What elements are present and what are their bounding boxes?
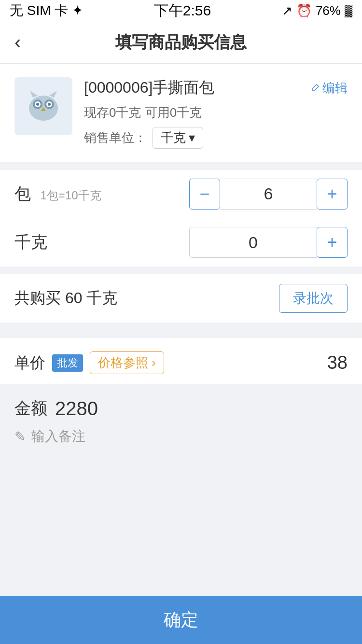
- svg-marker-9: [49, 91, 57, 98]
- product-stock: 现存0千克 可用0千克: [84, 104, 348, 121]
- battery-status: 76%: [316, 3, 341, 18]
- battery-icon: ▓: [345, 4, 352, 17]
- price-badge: 批发: [52, 354, 83, 372]
- package-sublabel: 1包=10千克: [40, 189, 101, 202]
- nav-bar: ‹ 填写商品购买信息: [0, 21, 362, 64]
- status-right: ↗ ⏰ 76% ▓: [282, 3, 352, 18]
- package-controls: − 6 +: [189, 179, 348, 210]
- page-title: 填写商品购买信息: [115, 31, 247, 54]
- package-plus-button[interactable]: +: [317, 179, 348, 210]
- kg-row: 千克 0 +: [14, 218, 348, 266]
- kg-label: 千克: [14, 231, 189, 253]
- location-icon: ↗: [282, 3, 292, 18]
- edit-icon: [310, 83, 320, 93]
- product-image: [14, 77, 72, 135]
- batch-button[interactable]: 录批次: [279, 284, 348, 313]
- amount-value: 2280: [55, 398, 98, 420]
- amount-section: 金额 2280 ✎ 输入备注: [0, 384, 362, 460]
- svg-point-5: [36, 103, 39, 106]
- status-left: 无 SIM 卡 ✦: [10, 1, 83, 20]
- kg-controls: 0 +: [189, 227, 348, 258]
- confirm-button[interactable]: 确定: [0, 596, 362, 644]
- package-value[interactable]: 6: [220, 179, 317, 210]
- amount-label: 金额: [14, 397, 47, 420]
- owl-logo-icon: [24, 87, 63, 126]
- separator: [0, 322, 362, 330]
- note-placeholder: 输入备注: [31, 427, 85, 446]
- dropdown-arrow-icon: ▾: [189, 130, 195, 145]
- unit-dropdown[interactable]: 千克 ▾: [153, 127, 203, 149]
- alarm-icon: ⏰: [296, 3, 312, 18]
- price-label: 单价: [14, 352, 45, 374]
- product-section: [0000006]手撕面包 编辑 现存0千克 可用0千克 销售单位： 千克 ▾: [0, 64, 362, 162]
- price-ref-button[interactable]: 价格参照 ›: [90, 351, 164, 374]
- status-bar: 无 SIM 卡 ✦ 下午2:56 ↗ ⏰ 76% ▓: [0, 0, 362, 21]
- status-time: 下午2:56: [154, 1, 211, 21]
- summary-text: 共购买 60 千克: [14, 288, 117, 309]
- note-row[interactable]: ✎ 输入备注: [14, 427, 348, 446]
- note-icon: ✎: [14, 429, 26, 445]
- svg-point-6: [48, 103, 51, 106]
- package-label: 包 1包=10千克: [14, 183, 189, 205]
- product-name: [0000006]手撕面包: [84, 77, 214, 98]
- package-minus-button[interactable]: −: [189, 179, 220, 210]
- kg-plus-button[interactable]: +: [317, 227, 348, 258]
- product-unit-row: 销售单位： 千克 ▾: [84, 127, 348, 149]
- summary-section: 共购买 60 千克 录批次: [0, 274, 362, 322]
- price-value: 38: [327, 352, 348, 373]
- empty-area: [0, 460, 362, 615]
- input-section: 包 1包=10千克 − 6 + 千克 0 +: [0, 170, 362, 266]
- product-info: [0000006]手撕面包 编辑 现存0千克 可用0千克 销售单位： 千克 ▾: [84, 77, 348, 149]
- kg-value[interactable]: 0: [189, 227, 317, 258]
- sim-status: 无 SIM 卡 ✦: [10, 1, 83, 20]
- package-row: 包 1包=10千克 − 6 +: [14, 170, 348, 218]
- price-section: 单价 批发 价格参照 › 38: [0, 338, 362, 384]
- edit-button[interactable]: 编辑: [310, 80, 348, 97]
- svg-marker-8: [30, 91, 38, 98]
- back-button[interactable]: ‹: [14, 31, 21, 53]
